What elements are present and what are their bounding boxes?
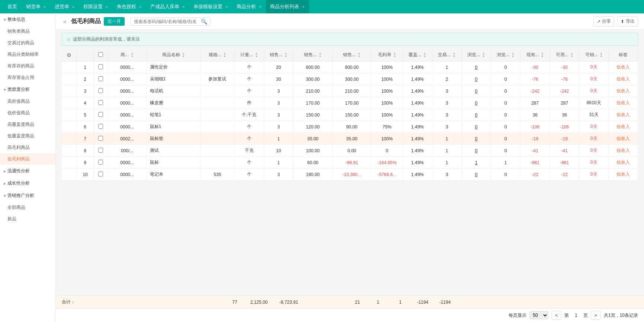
row-view1[interactable]: 0 — [462, 169, 491, 181]
sidebar-item-low-value[interactable]: 低价值商品 — [0, 107, 55, 119]
spec-column-header[interactable]: 规格... ▲▼ — [200, 49, 234, 61]
row-checkbox[interactable] — [98, 136, 103, 141]
view1-link[interactable]: 0 — [475, 77, 478, 82]
sidebar-group-overview[interactable]: ▾整体信息 — [0, 13, 55, 26]
sidebar-item-inventory-capital[interactable]: 库存资金占用 — [0, 72, 55, 83]
row-checkbox[interactable] — [98, 76, 103, 81]
row-name[interactable]: 鼠标1 — [147, 121, 200, 133]
unit-column-header[interactable]: 计量... ▲▼ — [234, 49, 264, 61]
row-checkbox[interactable] — [98, 172, 103, 176]
row-name[interactable]: 属性定价 — [147, 61, 200, 73]
next-page-button[interactable]: ＞ — [591, 311, 601, 320]
export-button[interactable]: ⬆ 导出 — [617, 16, 638, 26]
row-check[interactable] — [94, 61, 108, 73]
row-checkbox[interactable] — [98, 112, 103, 117]
row-name[interactable]: 鼠标垫 — [147, 133, 200, 145]
sidebar-item-traded-goods[interactable]: 交易过的商品 — [0, 37, 55, 49]
sidebar-item-sales-goods[interactable]: 销售类商品 — [0, 26, 55, 37]
browse2-column-header[interactable]: 浏览... ▲▼ — [491, 49, 520, 61]
row-view1[interactable]: 0 — [462, 73, 491, 85]
search-icon[interactable]: 🔍 — [201, 19, 207, 25]
sidebar-item-new-goods[interactable]: 新品 — [0, 213, 55, 225]
sidebar-item-all-goods[interactable]: 全部商品 — [0, 202, 55, 213]
row-view1[interactable]: 0 — [462, 145, 491, 157]
row-check[interactable] — [94, 157, 108, 169]
view1-link[interactable]: 0 — [475, 112, 478, 118]
view1-link[interactable]: 0 — [475, 65, 478, 70]
sales-profit-column-header[interactable]: 销售... ▲▼ — [332, 49, 371, 61]
sidebar-group-cluster[interactable]: ▾类群度分析 — [0, 83, 55, 96]
row-check[interactable] — [94, 73, 108, 85]
view1-link[interactable]: 1 — [475, 160, 478, 165]
current-stock-column-header[interactable]: 现有... ▲▼ — [520, 49, 550, 61]
row-checkbox[interactable] — [98, 88, 103, 93]
close-icon[interactable]: × — [182, 4, 185, 9]
profit-rate-column-header[interactable]: 毛利率 ▲▼ — [371, 49, 403, 61]
share-button[interactable]: ↗ 分享 — [593, 16, 614, 26]
prev-page-button[interactable]: ＜ — [551, 311, 561, 320]
row-view1[interactable]: 0 — [462, 109, 491, 121]
search-input[interactable] — [134, 19, 201, 24]
nav-template-settings[interactable]: 单据模板设置 × — [189, 0, 232, 13]
per-page-select[interactable]: 50 100 200 — [529, 311, 548, 319]
row-view1[interactable]: 0 — [462, 85, 491, 97]
row-checkbox[interactable] — [98, 148, 103, 153]
close-icon[interactable]: × — [302, 4, 304, 9]
sidebar-item-stocked-goods[interactable]: 有库存的商品 — [0, 60, 55, 72]
row-view1[interactable]: 1 — [462, 157, 491, 169]
row-check[interactable] — [94, 169, 108, 181]
transaction-column-header[interactable]: 交易... ▲▼ — [432, 49, 462, 61]
row-checkbox[interactable] — [98, 64, 103, 69]
row-name[interactable]: 电话机 — [147, 85, 200, 97]
nav-purchase-order[interactable]: 进货单 × — [50, 0, 79, 13]
row-checkbox[interactable] — [98, 100, 103, 105]
code-column-header[interactable]: 商... ▲▼ — [108, 49, 147, 61]
nav-product-inbound[interactable]: 产成品入库单 × — [146, 0, 189, 13]
sales-qty-column-header[interactable]: 销售... ▲▼ — [264, 49, 293, 61]
sidebar-item-high-coverage[interactable]: 高覆盖度商品 — [0, 119, 55, 130]
view1-link[interactable]: 0 — [475, 124, 478, 130]
sidebar-group-marketing[interactable]: ▾营销推广分析 — [0, 189, 55, 202]
settings-icon[interactable]: ⚙ — [67, 52, 71, 58]
sidebar-item-high-value[interactable]: 高价值商品 — [0, 96, 55, 107]
close-icon[interactable]: × — [106, 4, 108, 9]
nav-permission-settings[interactable]: 权限设置 × — [79, 0, 112, 13]
row-view1[interactable]: 0 — [462, 61, 491, 73]
settings-column-header[interactable]: ⚙ — [62, 49, 76, 61]
date-filter-button[interactable]: 近一月 — [104, 17, 125, 26]
row-check[interactable] — [94, 133, 108, 145]
close-icon[interactable]: × — [44, 4, 46, 9]
coverage-column-header[interactable]: 覆盖... ▲▼ — [403, 49, 432, 61]
close-icon[interactable]: × — [259, 4, 261, 9]
row-name[interactable]: 铅笔1 — [147, 109, 200, 121]
row-view1[interactable]: 0 — [462, 133, 491, 145]
row-name[interactable]: 测试 — [147, 145, 200, 157]
nav-product-analysis[interactable]: 商品分析 × — [232, 0, 266, 13]
row-check[interactable] — [94, 121, 108, 133]
row-checkbox[interactable] — [98, 124, 103, 129]
sidebar-group-growth[interactable]: ▸成长性分析 — [0, 177, 55, 189]
row-name[interactable]: 橡皮擦 — [147, 97, 200, 109]
sidebar-item-category-rate[interactable]: 商品分类助销率 — [0, 49, 55, 60]
sidebar-collapse-button[interactable]: « — [62, 18, 68, 25]
close-icon[interactable]: × — [225, 4, 228, 9]
view1-link[interactable]: 0 — [475, 172, 478, 177]
row-check[interactable] — [94, 145, 108, 157]
row-view1[interactable]: 0 — [462, 97, 491, 109]
nav-product-analysis-list[interactable]: 商品分析列表 × — [266, 0, 309, 13]
sidebar-item-low-margin[interactable]: 低毛利商品 — [0, 153, 55, 165]
row-check[interactable] — [94, 97, 108, 109]
check-column-header[interactable] — [94, 49, 108, 61]
view1-link[interactable]: 0 — [475, 148, 478, 153]
name-column-header[interactable]: 商品名称 ▲▼ — [147, 49, 200, 61]
row-checkbox[interactable] — [98, 160, 103, 165]
nav-home[interactable]: 首页 — [3, 0, 22, 13]
close-icon[interactable]: × — [72, 4, 74, 9]
row-name[interactable]: 鼠标 — [147, 157, 200, 169]
sidebar-item-low-coverage[interactable]: 低覆盖度商品 — [0, 130, 55, 142]
view1-link[interactable]: 0 — [475, 101, 478, 106]
available-stock-column-header[interactable]: 可用... ▲▼ — [550, 49, 579, 61]
row-check[interactable] — [94, 85, 108, 97]
sidebar-group-circulation[interactable]: ▸流通性分析 — [0, 165, 55, 177]
browse1-column-header[interactable]: 浏览... ▲▼ — [462, 49, 491, 61]
